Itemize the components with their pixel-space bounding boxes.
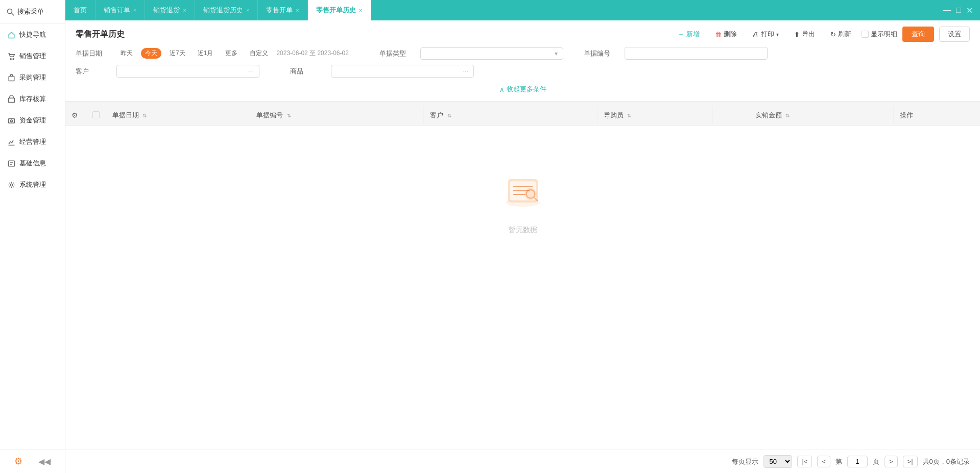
date-filter-options: 昨天 今天 近7天 近1月 更多 自定义 2023-06-02 至 2023-0… bbox=[116, 48, 349, 59]
sidebar-item-finance[interactable]: 资金管理 bbox=[0, 110, 65, 131]
money-icon bbox=[7, 116, 15, 125]
toolbar: ＋ 新增 🗑 删除 🖨 打印 ▾ ⬆ 导出 bbox=[673, 27, 970, 42]
tab-close-icon[interactable]: × bbox=[296, 7, 299, 13]
collapse-icon[interactable]: ◀◀ bbox=[38, 457, 51, 466]
sidebar-item-sales-mgmt[interactable]: 销售管理 bbox=[0, 45, 65, 67]
col-guide-label: 导购员 bbox=[604, 111, 624, 119]
sidebar-item-basic-info[interactable]: 基础信息 bbox=[0, 153, 65, 174]
sort-customer-icon[interactable]: ⇅ bbox=[447, 113, 451, 118]
info-icon bbox=[7, 159, 15, 167]
col-action-label: 操作 bbox=[900, 111, 913, 119]
display-detail-label: 显示明细 bbox=[871, 30, 897, 39]
sort-number-icon[interactable]: ⇅ bbox=[287, 113, 291, 118]
col-amount-label: 实销金额 bbox=[755, 111, 782, 119]
window-close-btn[interactable]: ✕ bbox=[966, 6, 973, 15]
svg-line-1 bbox=[11, 13, 14, 15]
per-page-select[interactable]: 50 20 100 200 bbox=[763, 455, 792, 468]
sidebar-item-purchase-mgmt[interactable]: 采购管理 bbox=[0, 67, 65, 88]
tab-sales-order[interactable]: 销售订单 × bbox=[95, 0, 145, 20]
new-button[interactable]: ＋ 新增 bbox=[673, 27, 705, 41]
date-range-text: 2023-06-02 至 2023-06-02 bbox=[276, 49, 348, 58]
page-suffix: 页 bbox=[873, 457, 879, 466]
tab-retail-history[interactable]: 零售开单历史 × bbox=[308, 0, 371, 20]
empty-state: 暂无数据 bbox=[65, 126, 980, 276]
tab-close-icon[interactable]: × bbox=[133, 7, 136, 13]
main-area: 首页 销售订单 × 销货退货 × 销货退货历史 × 零售开单 × 零售开单历史 … bbox=[65, 0, 980, 473]
page-last-btn[interactable]: >| bbox=[903, 456, 918, 467]
checkbox-icon bbox=[862, 31, 869, 38]
delete-button[interactable]: 🗑 删除 bbox=[710, 27, 742, 41]
table-header-row: ⚙ 单据日期 ⇅ 单据编号 ⇅ bbox=[65, 106, 980, 126]
home-icon bbox=[7, 31, 15, 39]
query-button[interactable]: 查询 bbox=[902, 27, 934, 42]
date-btn-more[interactable]: 更多 bbox=[221, 48, 242, 59]
sidebar-item-system[interactable]: 系统管理 bbox=[0, 174, 65, 195]
export-button[interactable]: ⬆ 导出 bbox=[789, 27, 820, 41]
sidebar-item-operations[interactable]: 经营管理 bbox=[0, 131, 65, 153]
page-header: 零售开单历史 ＋ 新增 🗑 删除 🖨 打印 ▾ bbox=[65, 20, 980, 102]
tab-close-icon[interactable]: × bbox=[183, 7, 186, 13]
date-btn-today[interactable]: 今天 bbox=[141, 48, 161, 59]
col-customer-label: 客户 bbox=[430, 111, 443, 119]
page-title: 零售开单历史 bbox=[76, 29, 125, 40]
sidebar-item-quick-nav[interactable]: 快捷导航 bbox=[0, 24, 65, 45]
page-prev-btn[interactable]: < bbox=[817, 456, 830, 467]
tab-sales-return-history[interactable]: 销货退货历史 × bbox=[195, 0, 258, 20]
tab-retail-open[interactable]: 零售开单 × bbox=[258, 0, 307, 20]
tab-close-icon[interactable]: × bbox=[359, 7, 362, 13]
nav-window-controls: — □ ✕ bbox=[936, 6, 980, 15]
sort-guide-icon[interactable]: ⇅ bbox=[627, 113, 631, 118]
table-body: 暂无数据 bbox=[65, 126, 980, 276]
sidebar-item-label: 销售管理 bbox=[19, 52, 46, 61]
tab-close-icon[interactable]: × bbox=[246, 7, 249, 13]
goods-browse-icon[interactable]: ··· bbox=[463, 67, 468, 75]
date-btn-yesterday[interactable]: 昨天 bbox=[116, 48, 137, 59]
content-area: 零售开单历史 ＋ 新增 🗑 删除 🖨 打印 ▾ bbox=[65, 20, 980, 473]
page-number-input[interactable] bbox=[847, 456, 868, 467]
tab-home[interactable]: 首页 bbox=[65, 0, 95, 20]
refresh-button[interactable]: ↻ 刷新 bbox=[825, 27, 856, 41]
number-input-field[interactable] bbox=[630, 49, 762, 57]
refresh-label: 刷新 bbox=[838, 30, 851, 39]
customer-input[interactable]: ··· bbox=[116, 65, 259, 78]
number-input[interactable] bbox=[625, 47, 768, 60]
sort-amount-icon[interactable]: ⇅ bbox=[785, 113, 790, 118]
customer-input-field[interactable] bbox=[122, 67, 248, 75]
svg-point-7 bbox=[10, 120, 12, 122]
window-minimize-btn[interactable]: — bbox=[943, 6, 951, 15]
date-btn-custom[interactable]: 自定义 bbox=[246, 48, 272, 59]
settings-button[interactable]: 设置 bbox=[939, 27, 970, 42]
sidebar-item-inventory[interactable]: 库存核算 bbox=[0, 88, 65, 110]
number-label: 单据编号 bbox=[584, 49, 614, 58]
goods-input-field[interactable] bbox=[337, 67, 463, 75]
sort-date-icon[interactable]: ⇅ bbox=[142, 113, 147, 118]
tab-retail-history-label: 零售开单历史 bbox=[316, 6, 356, 15]
window-maximize-btn[interactable]: □ bbox=[956, 6, 961, 15]
goods-input[interactable]: ··· bbox=[331, 65, 474, 78]
delete-label: 删除 bbox=[724, 30, 737, 39]
customer-browse-icon[interactable]: ··· bbox=[248, 67, 254, 75]
goods-label: 商品 bbox=[290, 67, 321, 76]
cart-icon bbox=[7, 52, 15, 60]
col-checkbox bbox=[86, 106, 106, 126]
display-detail-checkbox[interactable]: 显示明细 bbox=[862, 30, 897, 39]
table-settings-icon[interactable]: ⚙ bbox=[71, 111, 78, 119]
sidebar-search[interactable]: 搜索采单 bbox=[0, 0, 65, 24]
date-label: 单据日期 bbox=[76, 49, 106, 58]
customer-label: 客户 bbox=[76, 67, 106, 76]
collapse-filters-btn[interactable]: ∧ 收起更多条件 bbox=[499, 85, 546, 94]
svg-point-11 bbox=[10, 184, 13, 186]
type-select[interactable]: ▾ bbox=[420, 47, 563, 60]
page-next-btn[interactable]: > bbox=[885, 456, 898, 467]
settings-icon[interactable]: ⚙ bbox=[14, 456, 22, 467]
print-button[interactable]: 🖨 打印 ▾ bbox=[747, 27, 784, 41]
col-amount: 实销金额 ⇅ bbox=[749, 106, 893, 126]
sidebar-bottom: ⚙ ◀◀ bbox=[0, 449, 65, 473]
date-btn-1month[interactable]: 近1月 bbox=[194, 48, 218, 59]
svg-rect-8 bbox=[8, 161, 14, 166]
tab-sales-return[interactable]: 销货退货 × bbox=[145, 0, 195, 20]
date-btn-7days[interactable]: 近7天 bbox=[165, 48, 189, 59]
export-label: 导出 bbox=[802, 30, 815, 39]
page-first-btn[interactable]: |< bbox=[797, 456, 812, 467]
header-checkbox[interactable] bbox=[92, 111, 100, 118]
